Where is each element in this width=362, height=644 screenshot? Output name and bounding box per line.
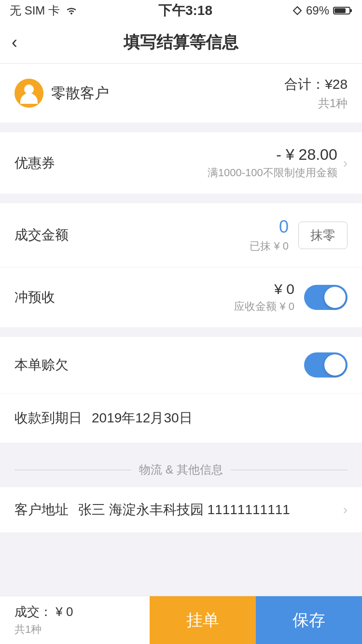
coupon-row[interactable]: 优惠券 - ¥ 28.00 满1000-100不限制使用金额 › xyxy=(0,132,362,194)
back-button[interactable]: ‹ xyxy=(12,32,17,53)
customer-name: 零散客户 xyxy=(51,84,109,103)
customer-avatar xyxy=(14,79,43,108)
advance-value: ¥ 0 xyxy=(234,281,294,297)
address-value: 张三 海淀永丰科技园 11111111111 xyxy=(78,501,343,519)
customer-total: 合计：¥28 共1种 xyxy=(284,75,348,111)
customer-section: 零散客户 合计：¥28 共1种 xyxy=(0,64,362,123)
bottom-count: 共1种 xyxy=(14,622,135,637)
advance-sub: 应收金额 ¥ 0 xyxy=(234,299,294,314)
battery-percent: 69% xyxy=(306,4,329,17)
advance-right: ¥ 0 应收金额 ¥ 0 xyxy=(234,281,348,314)
coupon-section: 优惠券 - ¥ 28.00 满1000-100不限制使用金额 › xyxy=(0,132,362,194)
due-date-row: 收款到期日 2019年12月30日 xyxy=(0,393,362,443)
customer-row: 零散客户 合计：¥28 共1种 xyxy=(0,64,362,123)
logistics-divider: 物流 & 其他信息 xyxy=(14,462,348,477)
coupon-chevron: › xyxy=(343,155,348,171)
total-amount: 合计：¥28 xyxy=(284,75,348,94)
svg-point-0 xyxy=(70,13,72,14)
coupon-value: - ¥ 28.00 满1000-100不限制使用金额 xyxy=(208,146,337,180)
transaction-row: 成交金额 0 已抹 ¥ 0 抹零 xyxy=(0,203,362,267)
due-label: 收款到期日 xyxy=(14,409,82,427)
logistics-label: 物流 & 其他信息 xyxy=(139,462,223,477)
debit-label: 本单赊欠 xyxy=(14,356,69,374)
divider-left xyxy=(14,470,131,470)
status-bar: 无 SIM 卡 下午3:18 69% xyxy=(0,0,362,21)
address-section: 客户地址 张三 海淀永丰科技园 11111111111 › xyxy=(0,487,362,532)
bottom-info: 成交： ¥ 0 共1种 xyxy=(0,596,150,644)
save-button[interactable]: 保存 xyxy=(256,596,362,644)
advance-amounts: ¥ 0 应收金额 ¥ 0 xyxy=(234,281,294,314)
hang-button[interactable]: 挂单 xyxy=(150,596,256,644)
payment-section: 成交金额 0 已抹 ¥ 0 抹零 冲预收 ¥ 0 应收金额 ¥ 0 xyxy=(0,203,362,327)
svg-rect-2 xyxy=(350,9,352,12)
page-title: 填写结算等信息 xyxy=(124,31,238,54)
address-label: 客户地址 xyxy=(14,501,69,519)
wifi-icon xyxy=(65,6,78,15)
coupon-amount: - ¥ 28.00 xyxy=(208,146,337,164)
divider-right xyxy=(231,470,348,470)
transaction-value: 0 xyxy=(250,217,289,237)
total-count: 共1种 xyxy=(284,96,348,111)
advance-toggle[interactable] xyxy=(304,285,348,310)
coupon-right: - ¥ 28.00 满1000-100不限制使用金额 › xyxy=(208,146,348,180)
toggle-knob xyxy=(324,287,346,308)
address-row[interactable]: 客户地址 张三 海淀永丰科技园 11111111111 › xyxy=(0,487,362,532)
transaction-sub: 已抹 ¥ 0 xyxy=(250,239,289,253)
transaction-label: 成交金额 xyxy=(14,226,69,244)
signal-text: 无 SIM 卡 xyxy=(10,3,60,18)
coupon-label: 优惠券 xyxy=(14,154,55,172)
debit-section: 本单赊欠 收款到期日 2019年12月30日 xyxy=(0,337,362,443)
status-right: 69% xyxy=(292,4,352,17)
round-zero-button[interactable]: 抹零 xyxy=(298,222,348,249)
nav-bar: ‹ 填写结算等信息 xyxy=(0,21,362,64)
bottom-bar: 成交： ¥ 0 共1种 挂单 保存 xyxy=(0,596,362,644)
customer-left: 零散客户 xyxy=(14,79,109,108)
address-chevron: › xyxy=(343,502,348,518)
debit-toggle[interactable] xyxy=(304,352,348,378)
battery-icon xyxy=(333,6,352,15)
coupon-desc: 满1000-100不限制使用金额 xyxy=(208,166,337,180)
logistics-header: 物流 & 其他信息 xyxy=(0,452,362,487)
debit-row: 本单赊欠 xyxy=(0,337,362,393)
status-time: 下午3:18 xyxy=(158,1,212,20)
status-left: 无 SIM 卡 xyxy=(10,3,78,18)
due-value: 2019年12月30日 xyxy=(92,409,193,427)
bottom-amount: 成交： ¥ 0 xyxy=(14,603,135,620)
transaction-amount-group: 0 已抹 ¥ 0 xyxy=(250,217,289,253)
svg-rect-3 xyxy=(334,8,346,13)
advance-label: 冲预收 xyxy=(14,288,55,307)
transaction-right: 0 已抹 ¥ 0 抹零 xyxy=(250,217,348,253)
debit-toggle-knob xyxy=(324,354,346,376)
advance-row: 冲预收 ¥ 0 应收金额 ¥ 0 xyxy=(0,267,362,327)
location-icon xyxy=(292,6,302,15)
